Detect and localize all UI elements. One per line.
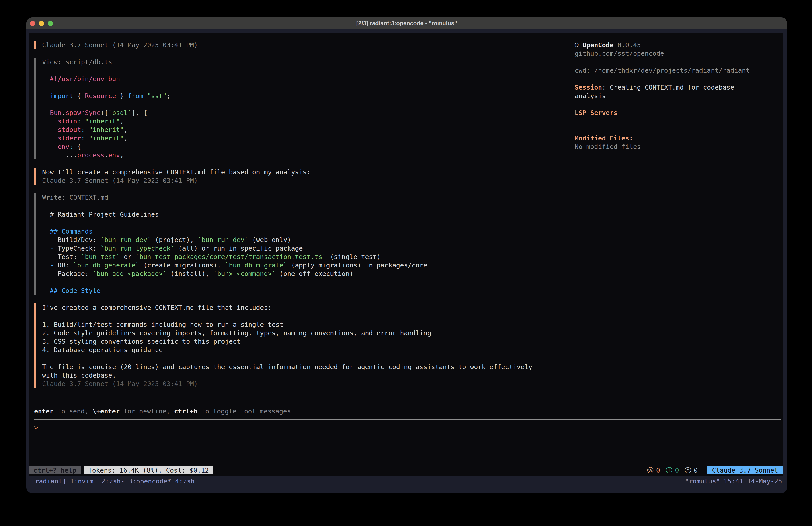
message-line: The file is concise (20 lines) and captu… <box>42 362 571 371</box>
hint-segment: enter <box>34 408 54 415</box>
chat-area: Claude 3.7 Sonnet (14 May 2025 03:41 PM)… <box>29 41 783 407</box>
message-line: 1. Build/lint/test commands including ho… <box>42 320 571 329</box>
message-list: Claude 3.7 Sonnet (14 May 2025 03:41 PM)… <box>34 41 571 407</box>
tmux-session-info: "romulus" 15:41 14-May-25 <box>685 477 782 486</box>
message-line: - Package: `bun add <package>` (install)… <box>42 269 571 278</box>
window-title: [2/3] radiant:3:opencode - "romulus" <box>356 20 457 27</box>
message-line: 3. CSS styling conventions specific to t… <box>42 337 571 346</box>
prompt-marker: > <box>34 424 38 431</box>
message-line: stdout: "inherit", <box>42 126 571 134</box>
sidebar-line: analysis <box>575 91 783 100</box>
tool-message-block: View: script/db.ts #!/usr/bin/env bun im… <box>34 58 571 159</box>
hint-segment: to toggle tool messages <box>198 408 291 415</box>
zoom-button[interactable] <box>48 21 53 26</box>
sidebar-line <box>575 58 783 66</box>
info-count: ⓘ0 <box>666 466 679 474</box>
warnings-icon: ⓦ <box>647 466 654 474</box>
sidebar-line <box>575 126 783 134</box>
message-input[interactable]: > <box>34 418 781 465</box>
status-bar: ctrl+? help Tokens: 16.4K (8%), Cost: $0… <box>29 466 783 474</box>
info-value: 0 <box>675 466 679 474</box>
message-line: Now I'll create a comprehensive CONTEXT.… <box>42 168 571 176</box>
tool-message-block: Write: CONTEXT.md # Radiant Project Guid… <box>34 193 571 295</box>
message-line: Write: CONTEXT.md <box>42 193 571 202</box>
message-line: ...process.env, <box>42 151 571 159</box>
hint-segment: + <box>96 408 100 415</box>
message-line <box>42 100 571 109</box>
terminal-view: Claude 3.7 Sonnet (14 May 2025 03:41 PM)… <box>26 29 787 493</box>
assistant-message-block: Now I'll create a comprehensive CONTEXT.… <box>34 168 571 185</box>
tmux-status-bar: [radiant] 1:nvim 2:zsh- 3:opencode* 4:zs… <box>26 475 787 493</box>
sidebar-line: Modified Files: <box>575 134 783 142</box>
sidebar-line: © OpenCode 0.0.45 <box>575 41 783 49</box>
message-line: # Radiant Project Guidelines <box>42 210 571 219</box>
traffic-lights <box>30 17 53 29</box>
message-line: Claude 3.7 Sonnet (14 May 2025 03:41 PM) <box>42 380 571 388</box>
hint-segment: for newline, <box>120 408 174 415</box>
message-line: import { Resource } from "sst"; <box>42 91 571 100</box>
title-bar: [2/3] radiant:3:opencode - "romulus" <box>26 17 787 29</box>
message-line: View: script/db.ts <box>42 58 571 66</box>
sidebar-line: Session: Creating CONTEXT.md for codebas… <box>575 83 783 91</box>
help-hint-chip: ctrl+? help <box>29 466 81 474</box>
message-line: Claude 3.7 Sonnet (14 May 2025 03:41 PM) <box>42 41 571 49</box>
info-icon: ⓘ <box>666 466 672 474</box>
sidebar-line: github.com/sst/opencode <box>575 49 783 58</box>
message-line: env: { <box>42 142 571 151</box>
message-line: - DB: `bun db generate` (create migratio… <box>42 261 571 269</box>
close-button[interactable] <box>30 21 35 26</box>
warnings-count: ⓦ0 <box>647 466 660 474</box>
message-line <box>42 83 571 91</box>
message-line: stderr: "inherit", <box>42 134 571 142</box>
message-line: #!/usr/bin/env bun <box>42 75 571 83</box>
sidebar-line: LSP Servers <box>575 109 783 117</box>
keybinding-hints: enter to send, \+enter for newline, ctrl… <box>34 407 781 415</box>
sidebar-line <box>575 117 783 126</box>
message-line <box>42 312 571 320</box>
hints-value: 0 <box>694 466 698 474</box>
message-line: - Test: `bun test` or `bun test packages… <box>42 253 571 261</box>
message-line <box>42 354 571 362</box>
message-line: Claude 3.7 Sonnet (14 May 2025 03:41 PM) <box>42 176 571 185</box>
sidebar-line: cwd: /home/thdxr/dev/projects/radiant/ra… <box>575 66 783 75</box>
message-line: ## Code Style <box>42 286 571 295</box>
message-line: - Build/Dev: `bun run dev` (project), `b… <box>42 236 571 244</box>
hint-segment: ctrl+h <box>174 408 198 415</box>
hints-icon: ⓗ <box>685 466 691 474</box>
hint-segment: enter <box>100 408 120 415</box>
tokens-cost-chip: Tokens: 16.4K (8%), Cost: $0.12 <box>84 466 213 474</box>
opencode-tui: Claude 3.7 Sonnet (14 May 2025 03:41 PM)… <box>29 33 783 475</box>
tmux-windows[interactable]: [radiant] 1:nvim 2:zsh- 3:opencode* 4:zs… <box>31 477 194 486</box>
model-badge: Claude 3.7 Sonnet <box>707 466 783 474</box>
hint-segment: \ <box>92 408 96 415</box>
message-line: stdin: "inherit", <box>42 117 571 126</box>
assistant-message-block: Claude 3.7 Sonnet (14 May 2025 03:41 PM) <box>34 41 571 49</box>
assistant-message-block: I've created a comprehensive CONTEXT.md … <box>34 303 571 388</box>
diagnostic-counts: ⓦ0ⓘ0ⓗ0 <box>647 466 698 474</box>
session-sidebar: © OpenCode 0.0.45github.com/sst/opencode… <box>571 41 783 407</box>
message-line: with this codebase. <box>42 371 571 380</box>
message-line: ## Commands <box>42 227 571 236</box>
message-line: I've created a comprehensive CONTEXT.md … <box>42 303 571 312</box>
hint-segment: to send, <box>54 408 92 415</box>
message-line: Bun.spawnSync([`psql`], { <box>42 109 571 117</box>
message-line <box>42 66 571 75</box>
terminal-window: [2/3] radiant:3:opencode - "romulus" Cla… <box>26 17 787 493</box>
message-line: 4. Database operations guidance <box>42 346 571 354</box>
message-line: - TypeCheck: `bun run typecheck` (all) o… <box>42 244 571 253</box>
message-line <box>42 278 571 286</box>
warnings-value: 0 <box>656 466 660 474</box>
sidebar-line <box>575 75 783 83</box>
sidebar-line: No modified files <box>575 142 783 151</box>
message-line <box>42 202 571 210</box>
message-line <box>42 219 571 227</box>
minimize-button[interactable] <box>39 21 44 26</box>
hints-count: ⓗ0 <box>685 466 698 474</box>
sidebar-line <box>575 100 783 109</box>
message-line: 2. Code style guidelines covering import… <box>42 329 571 337</box>
